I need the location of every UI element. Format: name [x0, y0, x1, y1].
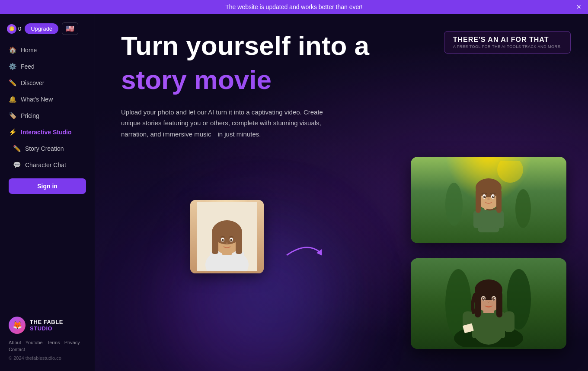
banner-text: The website is updated and works better …	[225, 3, 363, 10]
studio-icon: ⚡	[9, 128, 16, 136]
portrait-illustration	[197, 202, 257, 271]
sidebar-item-label: Story Creation	[25, 145, 64, 152]
svg-marker-12	[316, 248, 324, 256]
svg-point-26	[483, 196, 486, 198]
brand-name: THE FABLE STUDIO	[30, 319, 86, 332]
svg-point-13	[445, 183, 463, 226]
hero-description: Upload your photo and let our AI turn it…	[121, 107, 337, 140]
svg-point-14	[515, 189, 531, 228]
ai-badge: there's AN AI For That A FREE tool for t…	[444, 31, 571, 54]
svg-rect-37	[504, 311, 514, 332]
sidebar-item-label: Home	[21, 47, 37, 54]
coins-badge: 🪙 0	[7, 24, 21, 34]
ai-badge-subtext: A FREE tool for the AI tools track and m…	[453, 44, 562, 49]
svg-point-27	[492, 196, 495, 198]
pen-icon: ✏️	[13, 145, 21, 152]
svg-rect-7	[236, 232, 242, 254]
sidebar-item-story-creation[interactable]: ✏️ Story Creation	[0, 140, 95, 157]
original-photo-inner	[190, 200, 264, 273]
svg-point-28	[485, 196, 486, 197]
svg-rect-22	[476, 189, 481, 213]
sidebar-item-label: Pricing	[21, 112, 39, 119]
svg-point-48	[494, 298, 495, 299]
svg-rect-23	[496, 189, 502, 213]
sidebar: 🪙 0 Upgrade 🇺🇸 🏠 Home ⚙️ Feed ✏️ Discove…	[0, 14, 95, 371]
transformation-arrow	[281, 233, 329, 271]
svg-rect-17	[473, 211, 482, 228]
original-photo	[190, 200, 264, 273]
svg-rect-18	[495, 211, 504, 228]
sidebar-item-label: Character Chat	[25, 162, 66, 168]
bell-icon: 🔔	[9, 95, 16, 103]
footer-link-about[interactable]: About	[9, 340, 21, 345]
footer-links: About Youtube Terms Privacy Contact	[9, 340, 86, 352]
discover-icon: ✏️	[9, 79, 16, 87]
result-photo-bottom	[411, 258, 566, 349]
sidebar-footer: 🦊 THE FABLE STUDIO About Youtube Terms P…	[0, 310, 95, 368]
arrow-svg	[282, 233, 329, 266]
sidebar-item-label: What's New	[21, 96, 53, 103]
announcement-banner: The website is updated and works better …	[0, 0, 588, 14]
svg-point-30	[487, 198, 490, 200]
sidebar-item-label: Discover	[21, 79, 44, 86]
coin-icon: 🪙	[7, 24, 16, 34]
image-showcase	[121, 157, 566, 355]
sidebar-item-discover[interactable]: ✏️ Discover	[0, 75, 95, 91]
brand-logo: 🦊 THE FABLE STUDIO	[9, 317, 86, 334]
sidebar-item-label: Interactive Studio	[21, 129, 71, 136]
upgrade-button[interactable]: Upgrade	[25, 23, 58, 34]
sidebar-item-whats-new[interactable]: 🔔 What's New	[0, 91, 95, 108]
svg-rect-42	[496, 292, 502, 317]
svg-point-29	[493, 196, 494, 197]
svg-point-45	[482, 297, 485, 301]
main-content: there's AN AI For That A FREE tool for t…	[95, 14, 588, 371]
language-flag-button[interactable]: 🇺🇸	[62, 22, 78, 35]
realistic-character-bottom	[445, 260, 532, 347]
svg-rect-6	[212, 232, 218, 254]
banner-close-button[interactable]: ×	[576, 3, 581, 12]
feed-icon: ⚙️	[9, 63, 16, 70]
brand-avatar: 🦊	[9, 317, 26, 334]
footer-link-contact[interactable]: Contact	[9, 347, 25, 352]
coins-count: 0	[18, 25, 21, 32]
copyright-text: © 2024 thefablestudio.co	[9, 355, 86, 361]
home-icon: 🏠	[9, 46, 16, 54]
sidebar-header: 🪙 0 Upgrade 🇺🇸	[0, 19, 95, 42]
ai-badge-text: there's AN AI For That	[453, 36, 549, 43]
svg-point-46	[492, 297, 495, 301]
result-photo-bottom-inner	[411, 258, 566, 349]
sidebar-nav: 🏠 Home ⚙️ Feed ✏️ Discover 🔔 What's New …	[0, 42, 95, 173]
result-photo-top-inner	[411, 157, 566, 243]
cartoon-character-top	[445, 161, 532, 239]
chat-icon: 💬	[13, 161, 21, 169]
svg-point-15	[497, 161, 523, 183]
sidebar-item-feed[interactable]: ⚙️ Feed	[0, 58, 95, 75]
svg-point-10	[222, 239, 224, 241]
sidebar-item-interactive-studio[interactable]: ⚡ Interactive Studio	[0, 124, 95, 140]
sidebar-item-home[interactable]: 🏠 Home	[0, 42, 95, 58]
result-photo-top	[411, 157, 566, 243]
hero-title-line2: story movie	[121, 64, 566, 96]
footer-link-terms[interactable]: Terms	[47, 340, 60, 345]
tag-icon: 🏷️	[9, 112, 16, 120]
sidebar-item-character-chat[interactable]: 💬 Character Chat	[0, 157, 95, 173]
sidebar-item-pricing[interactable]: 🏷️ Pricing	[0, 108, 95, 124]
sidebar-item-label: Feed	[21, 63, 35, 70]
footer-link-privacy[interactable]: Privacy	[64, 340, 80, 345]
svg-point-11	[230, 239, 233, 241]
footer-link-youtube[interactable]: Youtube	[26, 340, 43, 345]
sign-in-button[interactable]: Sign in	[9, 178, 86, 194]
svg-point-47	[483, 298, 484, 299]
